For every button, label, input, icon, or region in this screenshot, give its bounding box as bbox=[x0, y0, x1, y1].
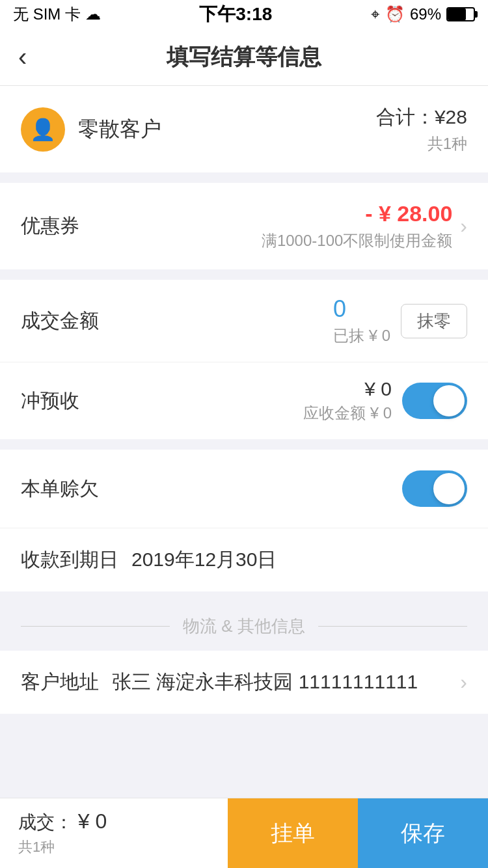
transaction-amount-row: 成交金额 0 已抹 ¥ 0 抹零 bbox=[0, 280, 488, 362]
amount-label: 成交金额 bbox=[21, 308, 99, 334]
customer-avatar: 👤 bbox=[21, 107, 65, 152]
coupon-section[interactable]: 优惠券 - ¥ 28.00 满1000-100不限制使用金额 › bbox=[0, 183, 488, 269]
amount-rounded-sub: 已抹 ¥ 0 bbox=[333, 325, 390, 346]
status-bar-right: ⌖ ⏰ 69% bbox=[371, 5, 475, 23]
amount-section: 成交金额 0 已抹 ¥ 0 抹零 冲预收 ¥ 0 应收金额 ¥ 0 bbox=[0, 280, 488, 439]
location-icon: ⌖ bbox=[371, 5, 380, 23]
prepay-right: ¥ 0 应收金额 ¥ 0 bbox=[303, 378, 467, 424]
back-button[interactable]: ‹ bbox=[18, 42, 27, 72]
address-chevron-icon: › bbox=[460, 670, 467, 694]
nav-bar: ‹ 填写结算等信息 bbox=[0, 29, 488, 86]
coupon-chevron-icon: › bbox=[460, 214, 467, 238]
hold-button[interactable]: 挂单 bbox=[228, 798, 358, 869]
round-off-button[interactable]: 抹零 bbox=[401, 304, 467, 338]
bottom-summary: 成交： ¥ 0 共1种 bbox=[0, 809, 228, 857]
address-row[interactable]: 客户地址 张三 海淀永丰科技园 11111111111 › bbox=[0, 651, 488, 714]
prepay-row: 冲预收 ¥ 0 应收金额 ¥ 0 bbox=[0, 362, 488, 439]
customer-right: 合计：¥28 共1种 bbox=[376, 104, 467, 154]
customer-left: 👤 零散客户 bbox=[21, 107, 161, 152]
status-bar: 无 SIM 卡 ☁ 下午3:18 ⌖ ⏰ 69% bbox=[0, 0, 488, 29]
prepay-value: ¥ 0 bbox=[303, 378, 392, 400]
coupon-right: - ¥ 28.00 满1000-100不限制使用金额 › bbox=[262, 201, 467, 251]
prepay-toggle[interactable] bbox=[402, 383, 467, 419]
logistics-label: 物流 & 其他信息 bbox=[183, 615, 305, 638]
coupon-desc: 满1000-100不限制使用金额 bbox=[262, 230, 452, 251]
due-date-row: 收款到期日 2019年12月30日 bbox=[0, 528, 488, 591]
customer-count: 共1种 bbox=[376, 133, 467, 154]
coupon-label: 优惠券 bbox=[21, 213, 79, 239]
customer-total: 合计：¥28 bbox=[376, 104, 467, 131]
bottom-count: 共1种 bbox=[18, 837, 210, 857]
deferred-label: 本单赊欠 bbox=[21, 476, 99, 502]
status-bar-time: 下午3:18 bbox=[199, 2, 272, 27]
bottom-deal-label: 成交： bbox=[18, 812, 73, 832]
divider-line-left bbox=[21, 626, 170, 627]
main-content: 👤 零散客户 合计：¥28 共1种 优惠券 - ¥ 28.00 满1000-10… bbox=[0, 86, 488, 802]
sim-status: 无 SIM 卡 ☁ bbox=[13, 4, 101, 25]
address-section[interactable]: 客户地址 张三 海淀永丰科技园 11111111111 › bbox=[0, 651, 488, 714]
logistics-divider: 物流 & 其他信息 bbox=[0, 602, 488, 651]
status-bar-left: 无 SIM 卡 ☁ bbox=[13, 4, 101, 25]
customer-section: 👤 零散客户 合计：¥28 共1种 bbox=[0, 86, 488, 172]
coupon-value: - ¥ 28.00 bbox=[262, 201, 452, 226]
alarm-icon: ⏰ bbox=[385, 5, 405, 23]
page-title: 填写结算等信息 bbox=[167, 42, 321, 72]
customer-name: 零散客户 bbox=[78, 115, 161, 144]
bottom-bar: 成交： ¥ 0 共1种 挂单 保存 bbox=[0, 798, 488, 868]
bottom-deal-line: 成交： ¥ 0 bbox=[18, 809, 210, 835]
divider-line-right bbox=[318, 626, 467, 627]
coupon-row[interactable]: 优惠券 - ¥ 28.00 满1000-100不限制使用金额 › bbox=[0, 183, 488, 269]
battery-icon bbox=[446, 7, 475, 21]
bottom-deal-amount: ¥ 0 bbox=[78, 809, 107, 833]
amount-value[interactable]: 0 bbox=[333, 295, 390, 323]
deferred-section: 本单赊欠 收款到期日 2019年12月30日 bbox=[0, 450, 488, 591]
deferred-row: 本单赊欠 bbox=[0, 450, 488, 528]
address-value: 张三 海淀永丰科技园 11111111111 bbox=[112, 669, 447, 696]
avatar-icon: 👤 bbox=[30, 117, 56, 142]
toggle-knob bbox=[433, 385, 465, 416]
due-date-value[interactable]: 2019年12月30日 bbox=[131, 547, 277, 573]
battery-percent: 69% bbox=[410, 5, 441, 23]
save-button[interactable]: 保存 bbox=[358, 798, 488, 869]
prepay-sub: 应收金额 ¥ 0 bbox=[303, 403, 392, 424]
amount-input-area: 0 已抹 ¥ 0 抹零 bbox=[333, 295, 467, 346]
address-label: 客户地址 bbox=[21, 669, 99, 696]
due-date-label: 收款到期日 bbox=[21, 547, 118, 573]
prepay-label: 冲预收 bbox=[21, 388, 79, 414]
deferred-toggle-knob bbox=[433, 473, 465, 504]
deferred-toggle[interactable] bbox=[402, 470, 467, 507]
